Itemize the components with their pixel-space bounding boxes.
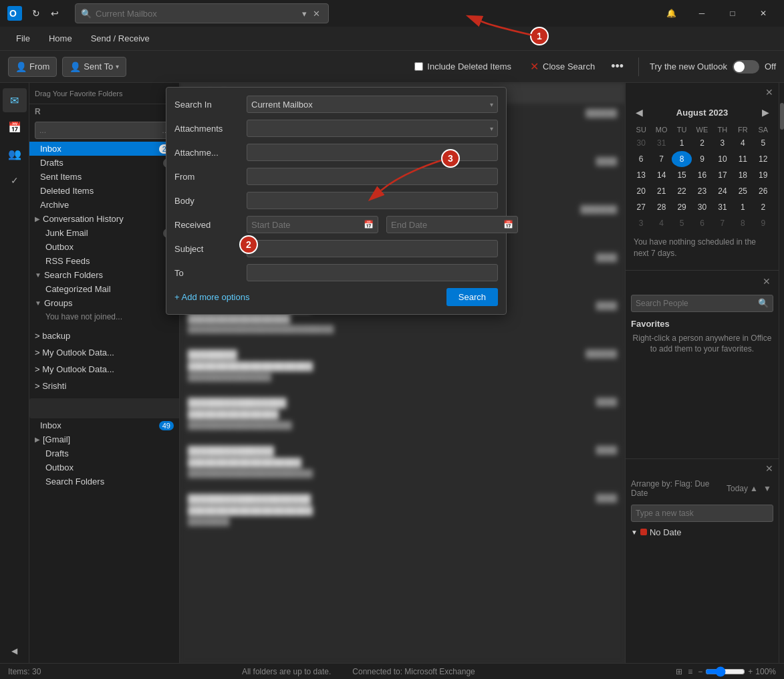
calendar-day[interactable]: 10: [712, 151, 733, 167]
to-input[interactable]: [247, 264, 498, 281]
folder-group-conversation-history[interactable]: ▶ Conversation History: [29, 212, 179, 226]
search-submit-button[interactable]: Search: [446, 288, 498, 306]
tasks-scroll-up[interactable]: ▲: [748, 483, 760, 495]
calendar-day[interactable]: 11: [733, 151, 753, 167]
search-box[interactable]: 🔍 ▾ ✕: [75, 3, 329, 23]
calendar-day[interactable]: 1: [672, 135, 692, 151]
calendar-day[interactable]: 19: [753, 167, 773, 183]
calendar-day[interactable]: 5: [672, 215, 692, 231]
gmail-search-folders[interactable]: Search Folders: [29, 474, 179, 489]
end-date-input[interactable]: [391, 220, 503, 230]
account-backup[interactable]: > backup: [29, 329, 179, 343]
email-row[interactable]: ████████████████████ ████ ██████████████…: [180, 489, 625, 537]
folder-sent-items[interactable]: Sent Items: [29, 170, 179, 184]
attachme-input[interactable]: [247, 144, 498, 161]
search-clear-button[interactable]: ✕: [311, 6, 323, 21]
search-input[interactable]: [96, 9, 298, 19]
calendar-day[interactable]: 13: [631, 167, 651, 183]
folder-search-container[interactable]: …: [35, 122, 174, 139]
folder-junk-email[interactable]: Junk Email 1: [29, 226, 179, 240]
zoom-out-icon[interactable]: −: [698, 667, 702, 676]
task-input[interactable]: [636, 509, 769, 518]
calendar-day[interactable]: 26: [753, 183, 773, 199]
folder-group-search[interactable]: ▼ Search Folders: [29, 268, 179, 282]
include-deleted-checkbox[interactable]: [414, 62, 423, 71]
calendar-day[interactable]: 25: [733, 183, 753, 199]
calendar-day[interactable]: 28: [651, 199, 671, 215]
from-input[interactable]: [247, 168, 498, 185]
calendar-day[interactable]: 8: [672, 151, 692, 167]
zoom-in-icon[interactable]: +: [748, 667, 753, 676]
calendar-day[interactable]: 20: [631, 183, 651, 199]
task-input-container[interactable]: [631, 505, 773, 522]
calendar-day[interactable]: 1: [733, 199, 753, 215]
add-more-options-button[interactable]: + Add more options: [174, 292, 249, 302]
scrollbar-thumb[interactable]: [780, 103, 784, 130]
zoom-control[interactable]: − + 100%: [698, 666, 776, 677]
notification-button[interactable]: 🔔: [656, 0, 686, 27]
calendar-day[interactable]: 31: [651, 135, 671, 151]
tasks-scroll-down[interactable]: ▼: [761, 483, 773, 495]
close-button[interactable]: ✕: [748, 0, 779, 27]
calendar-day[interactable]: 29: [672, 199, 692, 215]
calendar-day[interactable]: 3: [631, 215, 651, 231]
people-panel-close-button[interactable]: ✕: [760, 275, 773, 288]
tab-send-receive[interactable]: Send / Receive: [83, 29, 158, 47]
account-srishti[interactable]: > Srishti: [29, 379, 179, 393]
calendar-day[interactable]: 4: [733, 135, 753, 151]
tab-file[interactable]: File: [8, 29, 38, 47]
calendar-day[interactable]: 18: [733, 167, 753, 183]
folder-group-gmail[interactable]: ▶ [Gmail]: [29, 432, 179, 446]
tasks-close-button[interactable]: ✕: [763, 462, 776, 475]
nav-people[interactable]: 👥: [3, 142, 27, 166]
calendar-day[interactable]: 2: [753, 199, 773, 215]
folder-inbox[interactable]: Inbox 29: [29, 142, 179, 156]
zoom-slider[interactable]: [705, 666, 745, 677]
calendar-day[interactable]: 2: [692, 135, 712, 151]
calendar-day[interactable]: 6: [692, 215, 712, 231]
start-date-calendar-icon[interactable]: 📅: [364, 220, 374, 229]
attachments-dropdown[interactable]: ▾: [247, 120, 498, 137]
folder-categorized-mail[interactable]: Categorized Mail: [29, 282, 179, 296]
tab-home[interactable]: Home: [41, 29, 80, 47]
folder-drafts[interactable]: Drafts 2: [29, 156, 179, 170]
folder-group-groups[interactable]: ▼ Groups: [29, 296, 179, 310]
calendar-day[interactable]: 16: [692, 167, 712, 183]
calendar-day[interactable]: 14: [651, 167, 671, 183]
people-search-container[interactable]: 🔍: [631, 295, 773, 312]
reading-pane-icon[interactable]: ⊞: [676, 667, 682, 676]
calendar-day[interactable]: 4: [651, 215, 671, 231]
try-new-outlook-toggle[interactable]: [733, 60, 759, 74]
maximize-button[interactable]: □: [717, 0, 748, 27]
calendar-day[interactable]: 9: [692, 151, 712, 167]
calendar-day[interactable]: 15: [672, 167, 692, 183]
calendar-day[interactable]: 24: [712, 183, 733, 199]
calendar-day[interactable]: 22: [672, 183, 692, 199]
email-row[interactable]: ██████████████ ████ ████████████████████…: [180, 440, 625, 489]
nav-calendar[interactable]: 📅: [3, 115, 27, 139]
calendar-day[interactable]: 21: [651, 183, 671, 199]
task-group-no-date[interactable]: ▼ No Date: [626, 525, 779, 540]
subject-input[interactable]: [247, 240, 498, 257]
start-date-input[interactable]: [251, 220, 364, 230]
people-search-input[interactable]: [636, 299, 758, 308]
calendar-day[interactable]: 31: [712, 199, 733, 215]
folder-archive[interactable]: Archive: [29, 198, 179, 212]
folder-outbox[interactable]: Outbox: [29, 240, 179, 254]
calendar-next-button[interactable]: ▶: [757, 104, 773, 120]
start-date-field[interactable]: 📅: [247, 216, 378, 233]
minimize-button[interactable]: ─: [686, 0, 717, 27]
nav-expand[interactable]: ◀: [3, 639, 27, 663]
gmail-outbox[interactable]: Outbox: [29, 460, 179, 474]
calendar-day[interactable]: 23: [692, 183, 712, 199]
calendar-day[interactable]: 12: [753, 151, 773, 167]
calendar-day[interactable]: 6: [631, 151, 651, 167]
calendar-day[interactable]: 8: [733, 215, 753, 231]
calendar-day[interactable]: 9: [753, 215, 773, 231]
calendar-day[interactable]: 30: [631, 135, 651, 151]
undo-button[interactable]: ↩: [45, 4, 64, 23]
calendar-prev-button[interactable]: ◀: [631, 104, 647, 120]
email-row[interactable]: ████████████████ ████ ████████████████ █…: [180, 392, 625, 440]
refresh-button[interactable]: ↻: [27, 4, 45, 23]
nav-tasks[interactable]: ✓: [3, 168, 27, 192]
